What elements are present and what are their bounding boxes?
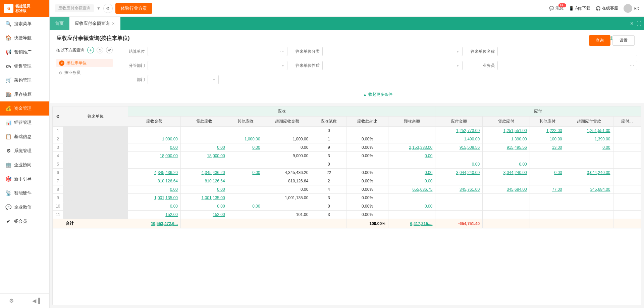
topbar-right: 💬 消息 99+ 📱 App下载 🎧 在线客服 Rit — [549, 4, 639, 13]
tab-ar-ap-query[interactable]: 应收应付余额查询 ✕ — [69, 17, 120, 30]
partner-nature-label: 往来单位性质 — [293, 63, 320, 69]
sidebar-item-enterprise[interactable]: 🏢 企业协同 — [0, 158, 49, 172]
sidebar-settings-btn[interactable]: ⚙ — [6, 296, 16, 305]
settlement-unit-label: 结算单位 — [118, 49, 145, 54]
filter-title-row: 按以下方案查询 + ⊙ ≪ — [56, 47, 113, 53]
col-ar-overdue: 超期应收金额 — [263, 117, 311, 127]
data-table: ⚙ 往来单位 应收 应付 应收金额 贷款应收 其他应收 超期应收金额 应收笔数 … — [53, 106, 641, 228]
table-row: 674,345,436.204,345,436.200.004,345,436.… — [53, 169, 641, 177]
partner-nature-select[interactable]: ▼ — [322, 61, 462, 70]
settings-button[interactable]: 设置 — [612, 35, 635, 46]
sidebar-item-finance[interactable]: 💰 资金管理 — [0, 101, 49, 116]
settlement-unit-input[interactable]: ··· — [148, 47, 287, 56]
col-ap-amount: 应付金额 — [435, 117, 483, 127]
col-ap-other: 其他应付 — [530, 117, 565, 127]
sidebar-item-wechat[interactable]: 💬 企业微信 — [0, 200, 49, 214]
page-title: 应收应付余额查询(按往来单位) — [56, 35, 130, 42]
sidebar-item-purchase[interactable]: 🛒 采购管理 — [0, 73, 49, 87]
footer-ar-amount[interactable]: 19,553,472,6... — [128, 219, 181, 228]
sidebar-item-basic-info[interactable]: 📋 基础信息 — [0, 130, 49, 144]
table-settings-col[interactable]: ⚙ — [53, 106, 63, 127]
sidebar-item-system[interactable]: ⚙ 系统管理 — [0, 144, 49, 158]
sidebar-item-sales[interactable]: 🛍 销售管理 — [0, 59, 49, 73]
app-download-btn[interactable]: 📱 App下载 — [569, 5, 590, 11]
tab-ar-ap-label: 应收应付余额查询 — [75, 20, 110, 27]
filter-collapse-scheme-btn[interactable]: ≪ — [106, 47, 113, 53]
footer-empty — [53, 219, 63, 228]
logo-icon: 6 — [4, 4, 13, 13]
guide-icon: 🎯 — [5, 176, 11, 182]
tab-close-window-btn[interactable]: ✕ — [630, 21, 634, 26]
sidebar-item-label: 资金管理 — [14, 105, 32, 112]
collapse-icon: ▲ — [363, 92, 367, 97]
sidebar-item-label: 采购管理 — [14, 77, 32, 83]
sidebar-item-hardware[interactable]: 📡 智能硬件 — [0, 186, 49, 200]
dept-select[interactable]: ▼ — [148, 75, 219, 84]
filter-scheme-salesperson[interactable]: ⊙ 按业务员 — [56, 69, 113, 77]
footer-ar-prepay[interactable]: 6,417,215.... — [388, 219, 435, 228]
partner-name-cell: ████████ — [63, 194, 128, 202]
col-ap-more: 应付... — [613, 117, 641, 127]
partner-name-cell: ████████ — [63, 127, 128, 135]
sidebar-collapse-btn[interactable]: ◀▐ — [30, 296, 43, 305]
system-icon: ⚙ — [5, 148, 11, 154]
col-ar-amount: 应收金额 — [128, 117, 181, 127]
division-select[interactable]: ▼ — [148, 61, 287, 70]
tabbar-controls: ✕ ⛶ — [627, 17, 644, 30]
breadcrumb-chevron-icon: ▼ — [97, 6, 101, 11]
sidebar-item-operations[interactable]: 📊 经营管理 — [0, 116, 49, 130]
sales-icon: 🛍 — [5, 63, 11, 69]
sidebar-item-label: 营销推广 — [14, 49, 32, 55]
sidebar-item-guide[interactable]: 🎯 新手引导 — [0, 172, 49, 186]
tab-home[interactable]: 首页 — [50, 17, 69, 30]
tab-close-icon[interactable]: ✕ — [112, 21, 115, 26]
scheme-icon: ★ — [59, 60, 64, 66]
footer-label: 合计 — [63, 219, 128, 228]
filter-scheme-partner[interactable]: ★ 按往来单位 — [56, 59, 113, 67]
scheme2-label: 按业务员 — [64, 70, 80, 76]
enterprise-icon: 🏢 — [5, 162, 11, 168]
sidebar-item-inventory[interactable]: 🏬 库存核算 — [0, 87, 49, 101]
dept-label: 部门 — [118, 77, 145, 83]
query-button[interactable]: 查询 — [589, 35, 610, 46]
sidebar-item-search-menu[interactable]: 🔍 搜索菜单 — [0, 17, 49, 31]
online-service-btn[interactable]: 🎧 在线客服 — [596, 5, 618, 11]
filter-option-btn[interactable]: ⊙ — [97, 47, 103, 53]
filter-title: 按以下方案查询 — [56, 47, 85, 53]
salesperson-input[interactable]: ··· — [497, 61, 637, 70]
sidebar-item-member[interactable]: ✔ 畅会员 — [0, 214, 49, 228]
scheme-partner-label: 按往来单位 — [66, 60, 87, 66]
collapse-filter-btn[interactable]: ▲ 收起更多条件 — [362, 90, 394, 99]
footer-ar-count — [311, 219, 346, 228]
sidebar-item-label: 畅会员 — [14, 218, 27, 224]
table-row: 4████████18,000.0018,000.009,000.0030.00… — [53, 152, 641, 160]
member-icon: ✔ — [5, 218, 11, 224]
partner-name-input[interactable] — [497, 47, 637, 56]
user-menu-btn[interactable]: Rit — [624, 4, 639, 13]
col-ar-prepay: 预收余额 — [388, 117, 435, 127]
sidebar-item-label: 库存核算 — [14, 91, 32, 97]
breadcrumb: 应收应付余额查询 — [55, 4, 94, 12]
table-row: 3████████0.000.000.000.0090.00%2,153,333… — [53, 143, 641, 152]
solution-button[interactable]: 体验行业方案 — [115, 3, 152, 14]
sidebar-item-marketing[interactable]: 📢 营销推广 — [0, 45, 49, 59]
search-menu-icon: 🔍 — [5, 21, 11, 27]
sidebar: 6 畅捷通贝 标准版 🔍 搜索菜单 🏠 快捷导航 📢 营销推广 🛍 销售管理 🛒… — [0, 0, 50, 308]
settings-gear-btn[interactable]: ⚙ — [103, 4, 113, 13]
sidebar-item-quick-nav[interactable]: 🏠 快捷导航 — [0, 31, 49, 45]
col-group-ar: 应收 — [128, 106, 435, 117]
sidebar-item-label: 企业协同 — [14, 162, 32, 168]
message-btn[interactable]: 💬 消息 99+ — [549, 5, 564, 11]
sidebar-item-label: 快捷导航 — [14, 35, 32, 41]
app-icon: 📱 — [569, 6, 574, 11]
page-header: 应收应付余额查询(按往来单位) ↑ 导出 ↻ 刷新 — [50, 30, 644, 43]
partner-name-cell: ████████ — [63, 135, 128, 143]
app-edition: 标准版 — [15, 8, 30, 13]
partner-name-cell: ████████ — [63, 177, 128, 185]
service-icon: 🎧 — [596, 6, 601, 11]
input-dots-icon: ··· — [280, 48, 284, 54]
division-label: 分管部门 — [118, 63, 145, 69]
partner-category-select[interactable]: ▼ — [322, 47, 462, 56]
filter-add-btn[interactable]: + — [87, 47, 94, 53]
tab-maximize-btn[interactable]: ⛶ — [637, 21, 641, 26]
